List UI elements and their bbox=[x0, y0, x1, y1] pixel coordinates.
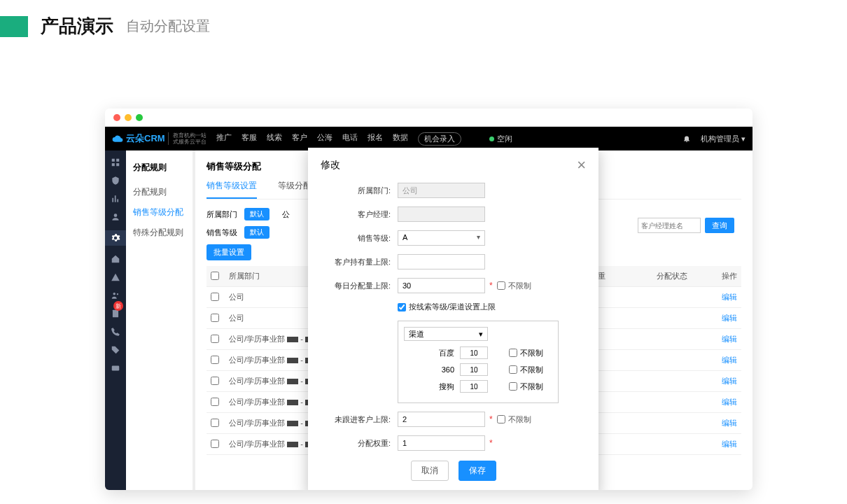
user-icon[interactable] bbox=[111, 212, 120, 222]
channel-box: 渠道▾ 百度 不限制360 不限制搜狗 不限制 bbox=[398, 321, 559, 403]
channel-limit-input[interactable] bbox=[460, 363, 488, 376]
unlimited-unassigned-checkbox[interactable] bbox=[497, 415, 505, 424]
label-weight: 分配权重: bbox=[321, 438, 398, 449]
minimize-window-icon[interactable] bbox=[125, 114, 132, 121]
row-checkbox[interactable] bbox=[211, 293, 219, 301]
edit-link[interactable]: 编辑 bbox=[722, 377, 737, 385]
edit-link[interactable]: 编辑 bbox=[722, 293, 737, 301]
row-checkbox[interactable] bbox=[211, 398, 219, 406]
nav-promo[interactable]: 推广 bbox=[216, 132, 232, 146]
channel-unlimited-label: 不限制 bbox=[520, 348, 543, 358]
row-checkbox[interactable] bbox=[211, 377, 219, 385]
nav-phone[interactable]: 电话 bbox=[342, 132, 358, 146]
chevron-down-icon: ▾ bbox=[479, 330, 483, 339]
edit-link[interactable]: 编辑 bbox=[722, 356, 737, 364]
batch-settings-button[interactable]: 批量设置 bbox=[206, 244, 251, 260]
edit-link[interactable]: 编辑 bbox=[722, 314, 737, 322]
rules-heading: 分配规则 bbox=[133, 162, 186, 174]
channel-limit-input[interactable] bbox=[460, 380, 488, 393]
search-button[interactable]: 查询 bbox=[705, 218, 734, 233]
home-icon[interactable] bbox=[111, 254, 120, 264]
required-mark: * bbox=[489, 281, 493, 290]
maximize-window-icon[interactable] bbox=[136, 114, 143, 121]
page-subtitle: 自动分配设置 bbox=[126, 17, 210, 36]
row-checkbox[interactable] bbox=[211, 335, 219, 343]
row-checkbox[interactable] bbox=[211, 419, 219, 427]
edit-link[interactable]: 编辑 bbox=[722, 398, 737, 406]
unlimited-daily-checkbox[interactable] bbox=[497, 281, 505, 290]
row-checkbox[interactable] bbox=[211, 440, 219, 448]
row-checkbox[interactable] bbox=[211, 356, 219, 364]
row-checkbox[interactable] bbox=[211, 314, 219, 322]
channel-unlimited-checkbox[interactable] bbox=[509, 349, 517, 357]
channel-unlimited-checkbox[interactable] bbox=[509, 365, 517, 374]
nav-opportunity-entry[interactable]: 机会录入 bbox=[418, 132, 461, 146]
nav-pool[interactable]: 公海 bbox=[317, 132, 332, 146]
col-action: 操作 bbox=[692, 266, 741, 287]
svg-point-6 bbox=[117, 293, 118, 295]
input-dept bbox=[398, 183, 485, 198]
cancel-button[interactable]: 取消 bbox=[411, 461, 449, 481]
notification-badge[interactable]: 新 bbox=[113, 301, 123, 311]
edit-link[interactable]: 编辑 bbox=[722, 335, 737, 343]
icon-sidebar bbox=[105, 150, 126, 490]
nav-service[interactable]: 客服 bbox=[241, 132, 257, 146]
tag-icon[interactable] bbox=[111, 345, 120, 355]
logo: 云朵CRM 教育机构一站式服务云平台 bbox=[112, 132, 206, 145]
save-button[interactable]: 保存 bbox=[458, 461, 496, 481]
chart-icon[interactable] bbox=[111, 194, 120, 204]
rule-item-special[interactable]: 特殊分配规则 bbox=[133, 223, 186, 243]
nav-customers[interactable]: 客户 bbox=[292, 132, 307, 146]
accent-block bbox=[0, 16, 28, 37]
bell-icon[interactable] bbox=[682, 134, 691, 143]
channel-row: 搜狗 不限制 bbox=[404, 380, 552, 393]
svg-point-4 bbox=[114, 214, 118, 217]
card-icon[interactable] bbox=[111, 363, 120, 373]
svg-rect-1 bbox=[116, 159, 119, 162]
input-hold-limit[interactable] bbox=[398, 254, 485, 270]
input-unassigned[interactable] bbox=[398, 412, 485, 427]
app-window: 云朵CRM 教育机构一站式服务云平台 推广 客服 线索 客户 公海 电话 报名 … bbox=[105, 108, 752, 490]
top-navbar: 云朵CRM 教育机构一站式服务云平台 推广 客服 线索 客户 公海 电话 报名 … bbox=[105, 127, 752, 150]
user-menu[interactable]: 机构管理员 ▾ bbox=[701, 134, 746, 144]
rule-item-assign[interactable]: 分配规则 bbox=[133, 182, 186, 202]
input-weight[interactable] bbox=[398, 435, 485, 451]
page-title: 产品演示 bbox=[41, 14, 113, 38]
logo-text: 云朵CRM bbox=[126, 132, 165, 145]
edit-link[interactable]: 编辑 bbox=[722, 440, 737, 448]
channel-name: 百度 bbox=[404, 348, 460, 358]
edit-link[interactable]: 编辑 bbox=[722, 419, 737, 427]
by-channel-label: 按线索等级/渠道设置上限 bbox=[409, 302, 496, 312]
close-icon[interactable]: × bbox=[577, 158, 586, 173]
main-nav: 推广 客服 线索 客户 公海 电话 报名 数据 机会录入 bbox=[216, 132, 461, 146]
rule-item-sales-level[interactable]: 销售等级分配 bbox=[133, 202, 186, 223]
input-daily-limit[interactable] bbox=[398, 278, 485, 293]
channel-select[interactable]: 渠道▾ bbox=[404, 327, 488, 341]
close-window-icon[interactable] bbox=[113, 114, 120, 121]
svg-point-5 bbox=[113, 293, 116, 295]
phone-icon[interactable] bbox=[111, 327, 120, 337]
filter-level-default[interactable]: 默认 bbox=[244, 226, 270, 239]
by-channel-checkbox[interactable] bbox=[398, 303, 406, 312]
filter-dept-default[interactable]: 默认 bbox=[244, 208, 270, 220]
nav-leads[interactable]: 线索 bbox=[267, 132, 282, 146]
nav-signup[interactable]: 报名 bbox=[368, 132, 383, 146]
dashboard-icon[interactable] bbox=[111, 158, 120, 167]
modal-title: 修改 bbox=[321, 159, 340, 172]
warning-icon[interactable] bbox=[111, 272, 120, 282]
svg-rect-0 bbox=[112, 159, 115, 162]
tab-level-settings[interactable]: 销售等级设置 bbox=[206, 180, 257, 199]
search-input[interactable] bbox=[638, 218, 701, 233]
label-unassigned: 未跟进客户上限: bbox=[321, 414, 398, 425]
status-text: 空闲 bbox=[497, 134, 512, 144]
channel-unlimited-label: 不限制 bbox=[520, 382, 543, 392]
channel-unlimited-checkbox[interactable] bbox=[509, 382, 517, 391]
settings-icon[interactable] bbox=[111, 233, 120, 243]
people-icon[interactable] bbox=[111, 290, 120, 300]
shield-icon[interactable] bbox=[111, 176, 120, 186]
select-level[interactable]: A▾ bbox=[398, 230, 485, 246]
channel-limit-input[interactable] bbox=[460, 346, 488, 359]
status-dot-icon bbox=[489, 136, 494, 141]
select-all-checkbox[interactable] bbox=[211, 272, 219, 280]
nav-data[interactable]: 数据 bbox=[393, 132, 408, 146]
